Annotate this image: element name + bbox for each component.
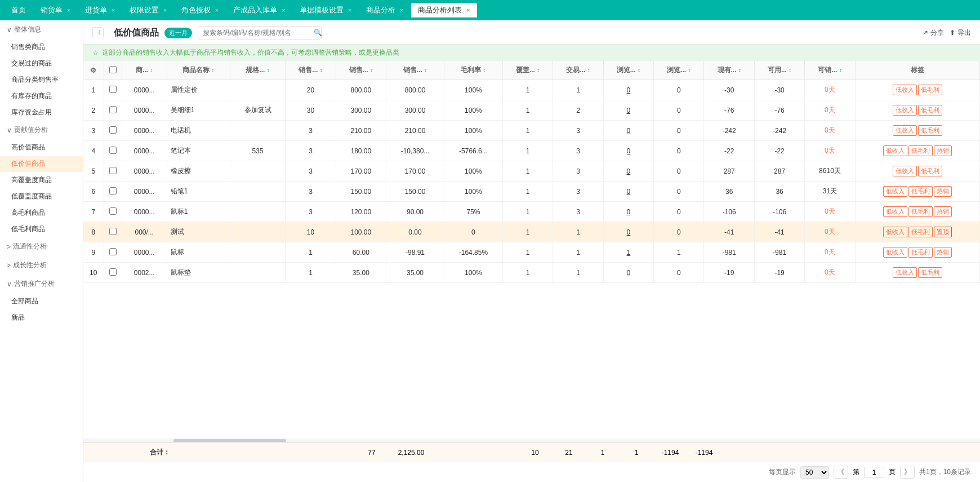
col-stock2[interactable]: 可用... ↕ bbox=[754, 61, 804, 80]
sidebar-group-contribution[interactable]: ∨ 贡献值分析 bbox=[0, 121, 83, 139]
share-button[interactable]: ↗ 分享 bbox=[923, 28, 944, 38]
col-gear[interactable]: ⚙ bbox=[83, 61, 104, 80]
view-link[interactable]: 0 bbox=[627, 228, 631, 236]
nav-purchase[interactable]: 进货单 × bbox=[78, 3, 122, 17]
view-link[interactable]: 0 bbox=[627, 107, 631, 114]
row-checkbox[interactable] bbox=[104, 263, 122, 283]
row-select-checkbox[interactable] bbox=[109, 248, 117, 255]
col-spec[interactable]: 规格... ↕ bbox=[230, 61, 286, 80]
sidebar-item-category-rate[interactable]: 商品分类销售率 bbox=[0, 72, 83, 88]
nav-permissions[interactable]: 权限设置 × bbox=[123, 3, 173, 17]
view-link[interactable]: 0 bbox=[627, 127, 631, 135]
row-checkbox[interactable] bbox=[104, 80, 122, 100]
first-page-button[interactable]: 《 bbox=[834, 466, 848, 479]
col-view2[interactable]: 浏览... ↕ bbox=[654, 61, 704, 80]
top-navigation: 首页 销货单 × 进货单 × 权限设置 × 角色授权 × 产成品入库单 × 单据… bbox=[0, 0, 980, 20]
sidebar-item-traded-goods[interactable]: 交易过的商品 bbox=[0, 55, 83, 72]
col-margin[interactable]: 毛利率 ↕ bbox=[444, 61, 502, 80]
sidebar-item-high-value[interactable]: 高价值商品 bbox=[0, 139, 83, 156]
row-select-checkbox[interactable] bbox=[109, 187, 117, 194]
row-checkbox[interactable] bbox=[104, 222, 122, 242]
view-link[interactable]: 0 bbox=[627, 147, 631, 155]
sidebar-item-stock-goods[interactable]: 有库存的商品 bbox=[0, 88, 83, 104]
search-input[interactable] bbox=[198, 26, 322, 39]
sidebar-item-low-cover[interactable]: 低覆盖度商品 bbox=[0, 188, 83, 205]
row-view1[interactable]: 0 bbox=[603, 161, 653, 182]
view-link[interactable]: 1 bbox=[627, 249, 631, 257]
row-checkbox[interactable] bbox=[104, 121, 122, 141]
view-link[interactable]: 0 bbox=[627, 188, 631, 196]
row-select-checkbox[interactable] bbox=[109, 126, 117, 134]
per-page-select[interactable]: 50 100 bbox=[800, 466, 829, 479]
row-select-checkbox[interactable] bbox=[109, 268, 117, 276]
row-checkbox[interactable] bbox=[104, 202, 122, 222]
row-checkbox[interactable] bbox=[104, 182, 122, 202]
sidebar-item-high-margin[interactable]: 高毛利商品 bbox=[0, 205, 83, 221]
nav-analysis-list[interactable]: 商品分析列表 × bbox=[411, 3, 476, 17]
col-sales2[interactable]: 销售... ↕ bbox=[336, 61, 386, 80]
sidebar-group-growth[interactable]: > 成长性分析 bbox=[0, 256, 83, 275]
col-view1[interactable]: 浏览... ↕ bbox=[603, 61, 653, 80]
row-view1[interactable]: 0 bbox=[603, 100, 653, 121]
col-code[interactable]: 商... ↕ bbox=[122, 61, 167, 80]
view-link[interactable]: 0 bbox=[627, 86, 631, 94]
row-select-checkbox[interactable] bbox=[109, 106, 117, 113]
row-view1[interactable]: 0 bbox=[603, 263, 653, 283]
row-view1[interactable]: 1 bbox=[603, 242, 653, 263]
nav-warehouse[interactable]: 产成品入库单 × bbox=[226, 3, 292, 17]
sidebar-item-low-margin[interactable]: 低毛利商品 bbox=[0, 221, 83, 237]
nav-templates[interactable]: 单据模板设置 × bbox=[293, 3, 358, 17]
export-button[interactable]: ⬆ 导出 bbox=[950, 28, 971, 38]
row-view1[interactable]: 0 bbox=[603, 222, 653, 242]
gear-icon[interactable]: ⚙ bbox=[90, 67, 96, 74]
row-select-checkbox[interactable] bbox=[109, 228, 117, 235]
row-stock3: 0天 bbox=[805, 202, 855, 222]
table-row: 5 0000... 橡皮擦 3 170.00 170.00 100% 1 3 0… bbox=[83, 161, 980, 182]
sidebar-item-new-goods[interactable]: 新品 bbox=[0, 309, 83, 326]
tag-badge: 低毛利 bbox=[918, 267, 942, 278]
row-select-checkbox[interactable] bbox=[109, 207, 117, 215]
nav-analysis[interactable]: 商品分析 × bbox=[359, 3, 410, 17]
col-trade[interactable]: 交易... ↕ bbox=[553, 61, 603, 80]
nav-sales[interactable]: 销货单 × bbox=[34, 3, 77, 17]
nav-home[interactable]: 首页 bbox=[5, 3, 33, 17]
row-view1[interactable]: 0 bbox=[603, 141, 653, 161]
sidebar-item-low-value[interactable]: 低价值商品 bbox=[0, 156, 83, 172]
row-view1[interactable]: 0 bbox=[603, 182, 653, 202]
view-link[interactable]: 0 bbox=[627, 269, 631, 277]
last-page-button[interactable]: 》 bbox=[900, 466, 915, 479]
col-sales3[interactable]: 销售... ↕ bbox=[386, 61, 444, 80]
col-stock1[interactable]: 现有... ↕ bbox=[704, 61, 754, 80]
row-checkbox[interactable] bbox=[104, 161, 122, 182]
row-sales2: 60.00 bbox=[336, 242, 386, 263]
sidebar-item-high-cover[interactable]: 高覆盖度商品 bbox=[0, 172, 83, 188]
nav-roles[interactable]: 角色授权 × bbox=[175, 3, 225, 17]
row-select-checkbox[interactable] bbox=[109, 167, 117, 174]
search-icon[interactable]: 🔍 bbox=[314, 29, 322, 37]
row-checkbox[interactable] bbox=[104, 242, 122, 263]
sidebar-item-sales-goods[interactable]: 销售类商品 bbox=[0, 39, 83, 55]
row-stock1: -41 bbox=[704, 222, 754, 242]
col-cover[interactable]: 覆盖... ↕ bbox=[502, 61, 553, 80]
page-number-input[interactable] bbox=[864, 467, 884, 478]
collapse-button[interactable]: 《 bbox=[92, 27, 104, 38]
sidebar-group-marketing[interactable]: ∨ 营销推广分析 bbox=[0, 275, 83, 293]
col-sales1[interactable]: 销售... ↕ bbox=[286, 61, 336, 80]
row-select-checkbox[interactable] bbox=[109, 86, 117, 93]
row-select-checkbox[interactable] bbox=[109, 147, 117, 154]
row-checkbox[interactable] bbox=[104, 100, 122, 121]
sidebar-item-all-goods[interactable]: 全部商品 bbox=[0, 293, 83, 309]
sidebar-group-circulation[interactable]: > 流通性分析 bbox=[0, 237, 83, 256]
row-view1[interactable]: 0 bbox=[603, 121, 653, 141]
date-badge[interactable]: 近一月 bbox=[164, 28, 192, 38]
col-stock3[interactable]: 可销... ↕ bbox=[805, 61, 855, 80]
row-view1[interactable]: 0 bbox=[603, 202, 653, 222]
row-view1[interactable]: 0 bbox=[603, 80, 653, 100]
view-link[interactable]: 0 bbox=[627, 208, 631, 216]
select-all-checkbox[interactable] bbox=[109, 66, 117, 73]
row-checkbox[interactable] bbox=[104, 141, 122, 161]
col-name[interactable]: 商品名称 ↕ bbox=[167, 61, 230, 80]
view-link[interactable]: 0 bbox=[627, 167, 631, 175]
sidebar-item-stock-capital[interactable]: 库存资金占用 bbox=[0, 104, 83, 121]
sidebar-group-overall[interactable]: ∨ 整体信息 bbox=[0, 20, 83, 39]
